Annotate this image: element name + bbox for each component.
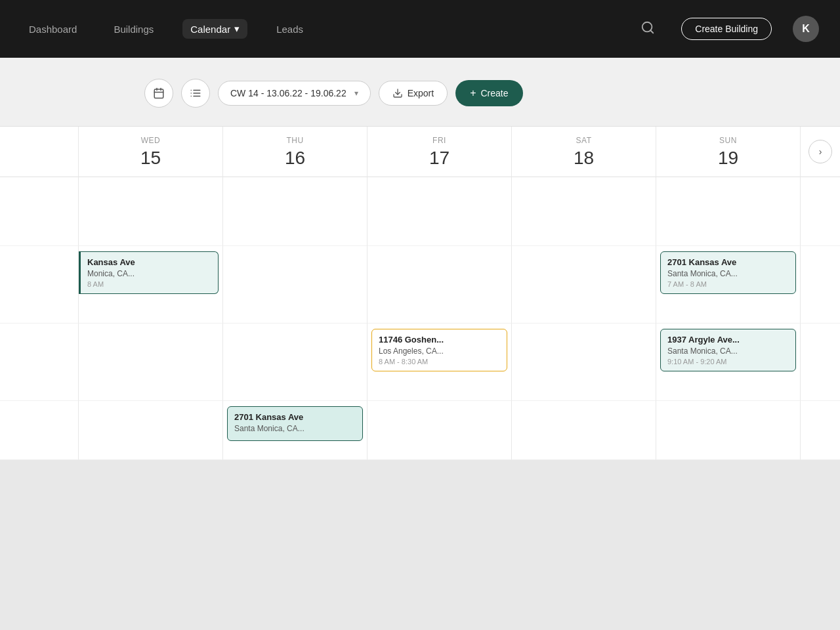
calendar-row-2: Kansas Ave Monica, CA... 8 AM 2701 Kansa…: [0, 246, 840, 324]
event-title: Kansas Ave: [87, 257, 211, 267]
week-chevron-icon: ▾: [354, 89, 358, 98]
next-week-button[interactable]: ›: [808, 140, 832, 163]
event-2701-kansas-thu[interactable]: 2701 Kansas Ave Santa Monica, CA...: [227, 406, 363, 441]
sat-cell-r3[interactable]: [512, 324, 656, 401]
time-cell-r3: [0, 324, 79, 401]
calendar-row-3: 11746 Goshen... Los Angeles, CA... 8 AM …: [0, 324, 840, 401]
event-2701-kansas-sun[interactable]: 2701 Kansas Ave Santa Monica, CA... 7 AM…: [660, 251, 796, 294]
event-argyle-sun[interactable]: 1937 Argyle Ave... Santa Monica, CA... 9…: [660, 329, 796, 371]
sat-cell-r2[interactable]: [512, 246, 656, 324]
day-header-fri: FRI 17: [368, 127, 512, 177]
create-plus-icon: +: [470, 87, 476, 99]
event-time: 8 AM - 8:30 AM: [379, 358, 500, 366]
event-subtitle: Santa Monica, CA...: [667, 269, 789, 278]
sun-cell-r3[interactable]: 1937 Argyle Ave... Santa Monica, CA... 9…: [656, 324, 801, 401]
calendar-row-4: 2701 Kansas Ave Santa Monica, CA...: [0, 401, 840, 460]
event-kansas-wed[interactable]: Kansas Ave Monica, CA... 8 AM: [79, 251, 219, 294]
nav-leads[interactable]: Leads: [268, 20, 311, 39]
toolbar: CW 14 - 13.06.22 - 19.06.22 ▾ Export + C…: [0, 58, 840, 126]
event-time: 8 AM: [87, 280, 211, 288]
fri-cell-r4[interactable]: [368, 401, 512, 460]
nav-cell-r1: [801, 177, 840, 246]
event-subtitle: Monica, CA...: [87, 269, 211, 278]
thu-cell-r4[interactable]: 2701 Kansas Ave Santa Monica, CA...: [223, 401, 368, 460]
nav-calendar[interactable]: Calendar ▾: [182, 19, 247, 39]
event-subtitle: Santa Monica, CA...: [667, 346, 789, 356]
day-header-wed: WED 15: [79, 127, 223, 177]
event-time: 9:10 AM - 9:20 AM: [667, 358, 789, 366]
nav-dashboard[interactable]: Dashboard: [21, 20, 85, 39]
export-label: Export: [408, 88, 434, 98]
sun-cell-r2[interactable]: 2701 Kansas Ave Santa Monica, CA... 7 AM…: [656, 246, 801, 324]
create-building-button[interactable]: Create Building: [681, 18, 772, 40]
nav-cell-r4: [801, 401, 840, 460]
event-time: 7 AM - 8 AM: [667, 280, 789, 288]
nav-calendar-label: Calendar: [190, 24, 230, 35]
event-title: 1937 Argyle Ave...: [667, 335, 789, 345]
sat-cell-r1[interactable]: [512, 177, 656, 246]
calendar-chevron-icon: ▾: [234, 23, 240, 35]
fri-cell-r1[interactable]: [368, 177, 512, 246]
time-cell-r4: [0, 401, 79, 460]
wed-cell-r4[interactable]: [79, 401, 223, 460]
calendar-header: WED 15 THU 16 FRI 17 SAT 18 SUN 19 ›: [0, 126, 840, 177]
event-title: 2701 Kansas Ave: [667, 257, 789, 267]
thu-cell-r2[interactable]: [223, 246, 368, 324]
calendar-view-button[interactable]: [144, 79, 173, 108]
week-label: CW 14 - 13.06.22 - 19.06.22: [230, 88, 346, 98]
wed-cell-r2[interactable]: Kansas Ave Monica, CA... 8 AM: [79, 246, 223, 324]
event-goshen-fri[interactable]: 11746 Goshen... Los Angeles, CA... 8 AM …: [371, 329, 507, 371]
calendar-row-1: [0, 177, 840, 246]
nav-cell-r3: [801, 324, 840, 401]
nav-col-header: ›: [801, 127, 840, 177]
day-header-thu: THU 16: [223, 127, 368, 177]
fri-cell-r3[interactable]: 11746 Goshen... Los Angeles, CA... 8 AM …: [368, 324, 512, 401]
event-subtitle: Santa Monica, CA...: [234, 424, 356, 433]
time-cell-r1: [0, 177, 79, 246]
event-title: 11746 Goshen...: [379, 335, 500, 345]
list-view-button[interactable]: [181, 79, 210, 108]
navbar: Dashboard Buildings Calendar ▾ Leads Cre…: [0, 0, 840, 58]
create-label: Create: [480, 88, 508, 98]
svg-line-1: [651, 30, 654, 33]
search-icon[interactable]: [635, 15, 660, 43]
nav-buildings[interactable]: Buildings: [106, 20, 161, 39]
sun-cell-r4[interactable]: [656, 401, 801, 460]
svg-rect-2: [154, 89, 163, 98]
calendar-container: WED 15 THU 16 FRI 17 SAT 18 SUN 19 ›: [0, 126, 840, 460]
avatar[interactable]: K: [793, 16, 819, 42]
week-selector[interactable]: CW 14 - 13.06.22 - 19.06.22 ▾: [218, 81, 371, 106]
thu-cell-r1[interactable]: [223, 177, 368, 246]
thu-cell-r3[interactable]: [223, 324, 368, 401]
wed-cell-r3[interactable]: [79, 324, 223, 401]
fri-cell-r2[interactable]: [368, 246, 512, 324]
time-cell-r2: [0, 246, 79, 324]
nav-cell-r2: [801, 246, 840, 324]
create-button[interactable]: + Create: [455, 80, 522, 106]
sat-cell-r4[interactable]: [512, 401, 656, 460]
export-button[interactable]: Export: [379, 81, 448, 106]
wed-cell-r1[interactable]: [79, 177, 223, 246]
event-subtitle: Los Angeles, CA...: [379, 346, 500, 356]
day-header-sun: SUN 19: [656, 127, 801, 177]
time-col-header: [0, 127, 79, 177]
sun-cell-r1[interactable]: [656, 177, 801, 246]
day-header-sat: SAT 18: [512, 127, 656, 177]
event-title: 2701 Kansas Ave: [234, 412, 356, 422]
